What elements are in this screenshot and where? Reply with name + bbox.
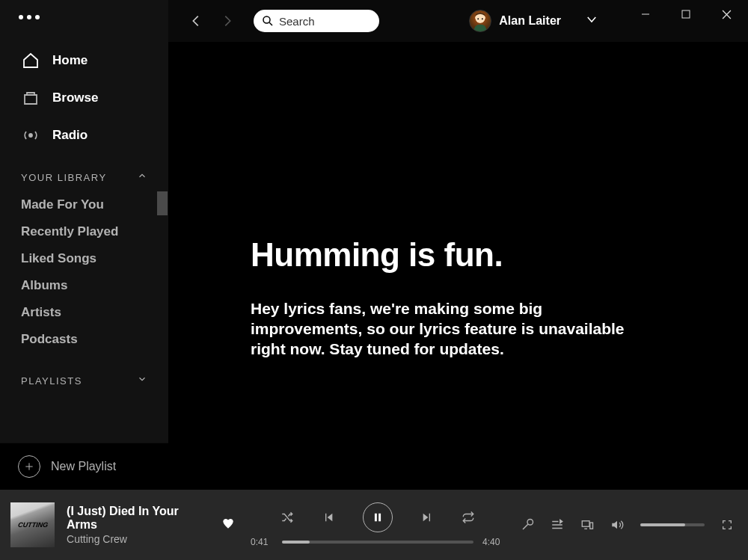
svg-rect-10: [590, 523, 593, 529]
playlists-list: [0, 395, 168, 413]
library-item-recently-played[interactable]: Recently Played: [0, 218, 168, 245]
radio-icon: [21, 126, 40, 145]
nav-home[interactable]: Home: [0, 42, 168, 79]
time-elapsed: 0:41: [251, 537, 273, 547]
library-item-liked-songs[interactable]: Liked Songs: [0, 245, 168, 272]
browse-icon: [21, 88, 40, 108]
new-playlist-label: New Playlist: [51, 460, 116, 473]
chevron-up-icon: [137, 170, 147, 184]
library-item-albums[interactable]: Albums: [0, 272, 168, 299]
svg-rect-9: [582, 521, 589, 527]
search-icon: [261, 14, 275, 28]
avatar: [469, 10, 491, 32]
track-artist[interactable]: Cutting Crew: [67, 533, 209, 545]
player-bar: CUTTING (I Just) Died In Your Arms Cutti…: [0, 490, 748, 560]
main-content: Alan Laiter Humming is fun. Hey lyrics f…: [168, 0, 748, 490]
playback-controls: 0:41 4:40: [235, 502, 521, 547]
content-body: Hey lyrics fans, we're making some big i…: [251, 299, 647, 360]
library-item-podcasts[interactable]: Podcasts: [0, 326, 168, 353]
sidebar: Home Browse Radio YOUR LIBRARY Made For …: [0, 0, 168, 490]
volume-slider[interactable]: [640, 523, 705, 526]
chevron-down-icon: [585, 13, 598, 29]
svg-rect-7: [378, 514, 381, 522]
shuffle-button[interactable]: [280, 511, 294, 524]
nav-radio[interactable]: Radio: [0, 117, 168, 154]
volume-fill: [640, 523, 685, 526]
nav-browse[interactable]: Browse: [0, 79, 168, 117]
playlists-header-label: PLAYLISTS: [21, 375, 82, 387]
svg-point-4: [482, 18, 483, 19]
svg-point-3: [478, 18, 479, 19]
pause-button[interactable]: [363, 502, 393, 532]
window-minimize-button[interactable]: [625, 0, 666, 28]
svg-point-0: [29, 134, 32, 137]
previous-button[interactable]: [322, 511, 334, 523]
new-playlist-button[interactable]: New Playlist: [0, 443, 168, 490]
lyrics-button[interactable]: [521, 518, 534, 532]
svg-point-2: [476, 15, 485, 23]
content-title: Humming is fun.: [251, 236, 666, 274]
app-menu-button[interactable]: [0, 0, 168, 34]
back-button[interactable]: [188, 13, 204, 29]
plus-icon: [18, 455, 40, 478]
like-button[interactable]: [221, 517, 235, 533]
fullscreen-button[interactable]: [721, 519, 733, 531]
svg-point-1: [263, 16, 270, 23]
library-item-artists[interactable]: Artists: [0, 299, 168, 326]
window-close-button[interactable]: [706, 0, 747, 28]
queue-button[interactable]: [551, 518, 564, 532]
playlists-header[interactable]: PLAYLISTS: [0, 374, 168, 395]
track-title[interactable]: (I Just) Died In Your Arms: [67, 505, 209, 532]
search-input[interactable]: [279, 15, 372, 28]
lyrics-unavailable-panel: Humming is fun. Hey lyrics fans, we're m…: [168, 42, 748, 554]
now-playing-info: CUTTING (I Just) Died In Your Arms Cutti…: [10, 502, 235, 547]
right-controls: [521, 518, 733, 532]
album-art[interactable]: CUTTING: [10, 502, 55, 547]
topbar: Alan Laiter: [168, 0, 748, 42]
library-item-made-for-you[interactable]: Made For You: [0, 191, 168, 218]
repeat-button[interactable]: [462, 511, 475, 524]
home-icon: [21, 51, 40, 70]
nav-label: Radio: [52, 128, 88, 143]
chevron-down-icon: [137, 374, 147, 387]
svg-rect-6: [375, 514, 377, 522]
window-maximize-button[interactable]: [666, 0, 706, 28]
svg-point-8: [527, 520, 533, 526]
svg-rect-5: [682, 10, 690, 18]
user-menu[interactable]: Alan Laiter: [469, 10, 598, 32]
forward-button[interactable]: [219, 13, 236, 29]
user-name: Alan Laiter: [499, 14, 561, 28]
library-header[interactable]: YOUR LIBRARY: [0, 170, 168, 191]
ellipsis-icon: [19, 15, 150, 19]
library-list: Made For You Recently Played Liked Songs…: [0, 191, 168, 353]
search-box[interactable]: [254, 10, 379, 32]
scrollbar-thumb[interactable]: [157, 191, 168, 215]
nav-label: Home: [52, 53, 88, 68]
volume-button[interactable]: [610, 518, 624, 532]
nav-label: Browse: [52, 90, 98, 105]
library-header-label: YOUR LIBRARY: [21, 172, 107, 183]
next-button[interactable]: [421, 511, 433, 523]
progress-slider[interactable]: [282, 541, 473, 544]
progress-fill: [282, 541, 310, 544]
devices-button[interactable]: [580, 518, 594, 532]
time-duration: 4:40: [482, 537, 505, 547]
